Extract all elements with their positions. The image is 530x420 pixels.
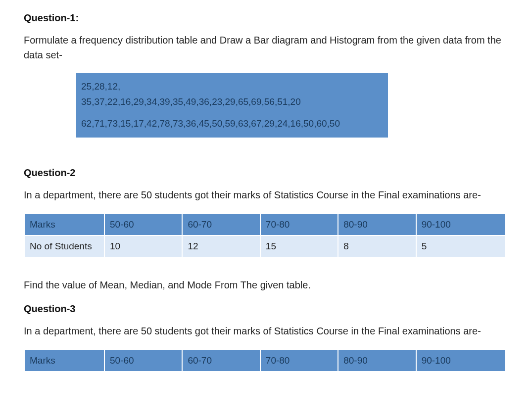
table-row: No of Students 10 12 15 8 5	[25, 236, 505, 257]
q2-row-label: No of Students	[25, 236, 104, 257]
q2-val-3: 15	[261, 236, 337, 257]
q2-header-3: 70-80	[261, 214, 337, 235]
q3-header-5: 90-100	[417, 350, 505, 371]
q3-title: Question-3	[24, 303, 506, 315]
q2-header-2: 60-70	[183, 214, 259, 235]
q1-data-block: 25,28,12, 35,37,22,16,29,34,39,35,49,36,…	[76, 73, 388, 138]
q2-header-1: 50-60	[105, 214, 182, 235]
q2-val-1: 10	[105, 236, 182, 257]
q1-data-line-3: 62,71,73,15,17,42,78,73,36,45,50,59,63,6…	[81, 116, 383, 132]
q2-title: Question-2	[24, 167, 506, 179]
q3-header-3: 70-80	[261, 350, 337, 371]
q1-text: Formulate a frequency distribution table…	[24, 33, 506, 62]
table-row: Marks 50-60 60-70 70-80 80-90 90-100	[25, 214, 505, 235]
q2-table: Marks 50-60 60-70 70-80 80-90 90-100 No …	[24, 213, 506, 258]
q3-header-marks: Marks	[25, 350, 104, 371]
q2-header-4: 80-90	[338, 214, 415, 235]
q1-data-line-1: 25,28,12,	[81, 79, 383, 94]
q2-followup: Find the value of Mean, Median, and Mode…	[24, 278, 506, 292]
q2-text: In a department, there are 50 students g…	[24, 187, 506, 202]
q3-header-1: 50-60	[105, 350, 182, 371]
q3-text: In a department, there are 50 students g…	[24, 324, 506, 338]
q2-header-5: 90-100	[417, 214, 505, 235]
table-row: Marks 50-60 60-70 70-80 80-90 90-100	[25, 350, 505, 371]
q3-table: Marks 50-60 60-70 70-80 80-90 90-100	[24, 349, 506, 372]
q3-header-2: 60-70	[183, 350, 259, 371]
q1-data-line-2: 35,37,22,16,29,34,39,35,49,36,23,29,65,6…	[81, 94, 383, 110]
q2-header-marks: Marks	[25, 214, 104, 235]
q2-val-5: 5	[417, 236, 505, 257]
q3-header-4: 80-90	[338, 350, 415, 371]
q2-val-4: 8	[338, 236, 415, 257]
q2-val-2: 12	[183, 236, 259, 257]
q1-title: Question-1:	[24, 12, 506, 24]
